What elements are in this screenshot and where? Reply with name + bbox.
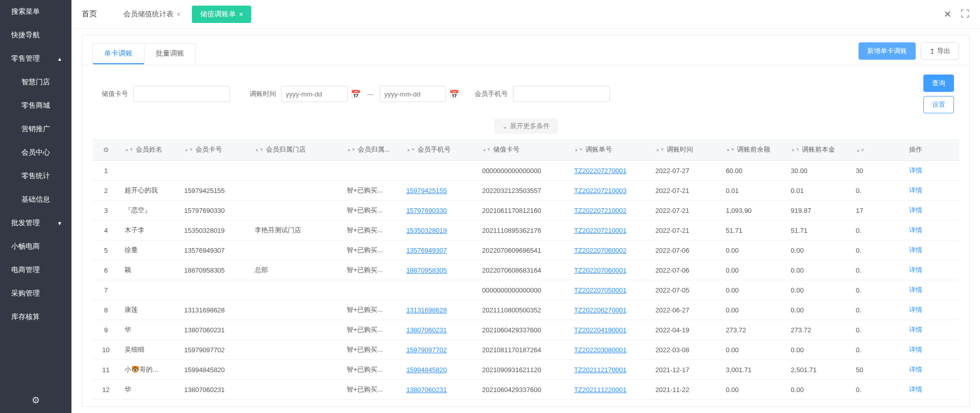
sidebar-sub-marketing[interactable]: 营销推广 [0,117,71,141]
sidebar-search[interactable]: 搜索菜单 [0,0,71,23]
phone-link[interactable]: 13807060231 [406,386,447,394]
cell-time: 2022-07-05 [650,280,721,300]
row-index: 12 [92,380,119,400]
doc-link[interactable]: TZ202207050001 [574,286,627,294]
sidebar-sub-retailstats[interactable]: 零售统计 [0,164,71,188]
doc-link[interactable]: TZ202207210001 [574,227,627,234]
table-row: 6颖18870958305总部智+已购买...18870958305202207… [92,260,959,280]
phone-link[interactable]: 15979425155 [406,187,447,195]
cell-doc: TZ202207270001 [569,161,650,181]
col-member-belong[interactable]: ▲▼会员归属... [341,139,401,161]
doc-link[interactable]: TZ202111220001 [574,386,627,394]
table-row: 8康莲13131698628智+已购买...131316986282021110… [92,300,959,320]
phone-link[interactable]: 13807060231 [406,326,447,334]
col-adj-time[interactable]: ▲▼调账时间 [650,139,721,161]
col-member-name[interactable]: ▲▼会员姓名 [119,139,179,161]
sidebar-sub-retailmall[interactable]: 零售商城 [0,94,71,117]
close-icon[interactable]: × [177,10,181,18]
detail-link[interactable]: 详情 [872,280,959,300]
sidebar-xiaochang[interactable]: 小畅电商 [0,235,71,258]
col-member-card[interactable]: ▲▼会员卡号 [179,139,250,161]
detail-link[interactable]: 详情 [872,240,959,260]
sidebar: 搜索菜单 快捷导航 零售管理 ▲ 智慧门店 零售商城 营销推广 会员中心 零售统… [0,0,71,413]
date-from-input[interactable] [281,86,348,102]
phone-link[interactable]: 13576949307 [406,247,447,254]
sidebar-wholesale-label: 批发管理 [11,218,40,228]
col-member-store[interactable]: ▲▼会员归属门店 [250,139,341,161]
calendar-icon[interactable]: 📅 [351,89,361,99]
col-before-principal[interactable]: ▲▼调账前本金 [786,139,850,161]
header-close-icon[interactable]: ✕ [944,9,951,20]
col-extra[interactable]: ▲▼ [851,139,872,161]
col-settings[interactable]: ⚙ [92,139,119,161]
table-wrap[interactable]: ⚙ ▲▼会员姓名 ▲▼会员卡号 ▲▼会员归属门店 ▲▼会员归属... ▲▼会员手… [82,139,969,406]
col-before-balance[interactable]: ▲▼调账前余额 [721,139,786,161]
fullscreen-icon[interactable]: ⛶ [961,9,970,20]
detail-link[interactable]: 详情 [872,181,959,201]
header-home[interactable]: 首页 [82,9,97,19]
calendar-icon[interactable]: 📅 [449,89,459,99]
sidebar-sub-member[interactable]: 会员中心 [0,141,71,164]
close-icon[interactable]: × [239,10,243,18]
col-stored-card[interactable]: ▲▼储值卡号 [477,139,569,161]
detail-link[interactable]: 详情 [872,260,959,280]
detail-link[interactable]: 详情 [872,161,959,181]
stored-card-input[interactable] [133,86,230,102]
sidebar-sub-smartstore[interactable]: 智慧门店 [0,70,71,94]
detail-link[interactable]: 详情 [872,380,959,400]
cell-time: 2021-12-17 [650,360,721,380]
detail-link[interactable]: 详情 [872,221,959,240]
new-adjustment-button[interactable]: 新增单卡调账 [859,42,916,60]
settings-button[interactable]: 设置 [923,96,954,113]
phone-link[interactable]: 13131698628 [406,306,447,314]
sidebar-quicknav[interactable]: 快捷导航 [0,23,71,47]
data-table: ⚙ ▲▼会员姓名 ▲▼会员卡号 ▲▼会员归属门店 ▲▼会员归属... ▲▼会员手… [92,139,959,400]
phone-link[interactable]: 15350328019 [406,227,447,234]
phone-link[interactable]: 15979097702 [406,346,447,354]
doc-link[interactable]: TZ202203080001 [574,346,627,354]
doc-link[interactable]: TZ202112170001 [574,366,627,374]
export-button[interactable]: ↥ 导出 [921,42,959,60]
cell-card: 18870958305 [179,260,250,280]
col-doc-no[interactable]: ▲▼调账单号 [569,139,650,161]
tab-member-stats[interactable]: 会员储值统计表 × [115,6,189,23]
detail-link[interactable]: 详情 [872,320,959,340]
detail-link[interactable]: 详情 [872,300,959,320]
subtab-single[interactable]: 单卡调账 [93,44,144,64]
doc-link[interactable]: TZ202207210003 [574,187,627,195]
export-label: 导出 [937,46,950,56]
subtab-batch[interactable]: 批量调账 [144,44,195,64]
phone-link[interactable]: 18870958305 [406,266,447,274]
expand-filters-button[interactable]: ⌄ 展开更多条件 [494,118,558,134]
detail-link[interactable]: 详情 [872,360,959,380]
detail-link[interactable]: 详情 [872,201,959,221]
phone-link[interactable]: 15797690330 [406,207,447,214]
doc-link[interactable]: TZ202206270001 [574,306,627,314]
sidebar-wholesale[interactable]: 批发管理 ▼ [0,211,71,235]
sidebar-purchase[interactable]: 采购管理 [0,282,71,305]
sidebar-settings-gear[interactable]: ⚙ [0,387,71,413]
query-button[interactable]: 查询 [923,75,954,92]
sub-tabs: 单卡调账 批量调账 [92,43,196,64]
doc-link[interactable]: TZ202207060002 [574,247,627,254]
cell-name: 小🐯哥的... [119,360,179,380]
sidebar-retail-mgmt[interactable]: 零售管理 ▲ [0,47,71,70]
cell-principal: 0.00 [786,260,850,280]
cell-stored: 2021060429337600 [477,320,569,340]
sidebar-inventory[interactable]: 库存核算 [0,305,71,329]
date-to-input[interactable] [380,86,446,102]
doc-link[interactable]: TZ202207060001 [574,266,627,274]
member-phone-input[interactable] [513,86,610,102]
sidebar-ecom[interactable]: 电商管理 [0,258,71,282]
col-member-phone[interactable]: ▲▼会员手机号 [401,139,477,161]
phone-link[interactable]: 15994845820 [406,366,447,374]
detail-link[interactable]: 详情 [872,340,959,360]
tab-adjustment[interactable]: 储值调账单 × [192,6,251,23]
cell-store [250,181,341,201]
cell-belong: 智+已购买... [341,240,401,260]
doc-link[interactable]: TZ202207210002 [574,207,627,214]
cell-time: 2022-07-21 [650,221,721,240]
doc-link[interactable]: TZ202207270001 [574,167,627,175]
doc-link[interactable]: TZ202204190001 [574,326,627,334]
sidebar-sub-basicinfo[interactable]: 基础信息 [0,188,71,211]
